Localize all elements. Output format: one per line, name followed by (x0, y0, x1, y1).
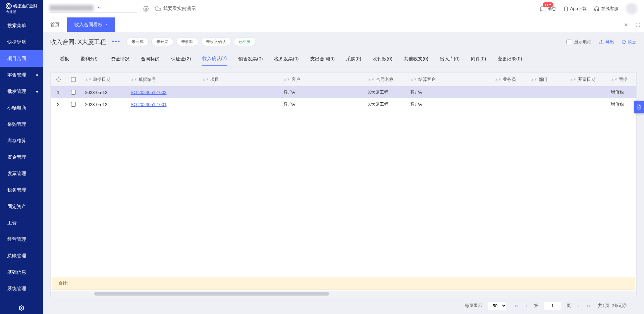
messages-button[interactable]: 99 + 消息 (540, 6, 556, 12)
sidebar-item-16[interactable]: 系统管理 (0, 280, 43, 297)
sub-tab-14[interactable]: 变更记录(0) (497, 52, 522, 66)
row-checkbox[interactable] (71, 90, 76, 95)
horizontal-scrollbar[interactable] (51, 291, 636, 297)
sidebar-item-4[interactable]: 批发管理▾ (0, 83, 43, 100)
cell-code: SQ-20230512-001 (127, 102, 198, 107)
column-settings-button[interactable] (51, 77, 66, 82)
col-sales[interactable]: ▲▼业务员 (491, 76, 527, 83)
page-tab-label: 收入合同看板 (74, 22, 103, 28)
sub-tab-11[interactable]: 其他收支(0) (404, 52, 428, 66)
col-invd[interactable]: ▲▼开票日期 (566, 76, 607, 83)
page-tabs: 首页收入合同看板× (43, 17, 644, 32)
sub-tab-10[interactable]: 收付款(0) (373, 52, 392, 66)
col-cname[interactable]: ▲▼合同名称 (364, 76, 406, 83)
last-page-button[interactable]: ⏭ (586, 303, 593, 308)
status-chip-2[interactable]: 未收款 (176, 38, 198, 46)
sidebar-item-7[interactable]: 库存核算 (0, 133, 43, 149)
org-settings-button[interactable] (143, 6, 149, 12)
more-actions-button[interactable]: ••• (112, 38, 120, 45)
customer-service-button[interactable]: 在线客服 (594, 6, 619, 12)
page-tab-1[interactable]: 收入合同看板× (67, 17, 115, 32)
sidebar-item-label: 固定资产 (7, 204, 26, 210)
next-page-button[interactable]: › (576, 303, 580, 308)
sidebar-item-15[interactable]: 基础信息 (0, 264, 43, 280)
sidebar-item-5[interactable]: 小畅电商 (0, 100, 43, 116)
sidebar-item-9[interactable]: 发票管理 (0, 165, 43, 182)
sub-tab-6[interactable]: 销售发票(0) (238, 52, 263, 66)
first-page-button[interactable]: ⏮ (512, 303, 519, 308)
sidebar-item-1[interactable]: 快捷导航 (0, 34, 43, 50)
status-chip-1[interactable]: 未开票 (151, 38, 173, 46)
sub-tab-12[interactable]: 出入库(0) (440, 52, 460, 66)
prev-page-button[interactable]: ‹ (525, 303, 529, 308)
col-cust[interactable]: ▲▼客户 (279, 76, 364, 83)
sidebar-item-3[interactable]: 零售管理▾ (0, 67, 43, 83)
table-row[interactable]: 22023-05-12SQ-20230512-001客户AX大厦工程客户A增值税 (51, 98, 636, 110)
status-chip-3[interactable]: 未收入确认 (201, 38, 231, 46)
sidebar-item-8[interactable]: 资金管理 (0, 149, 43, 165)
col-proj[interactable]: ▲▼项目 (198, 76, 279, 83)
sub-tab-0[interactable]: 看板 (60, 52, 69, 66)
table-row[interactable]: 12023-05-12SQ-20230512-003客户AX大厦工程客户A增值税 (51, 86, 636, 98)
sidebar-item-label: 税务管理 (7, 187, 26, 193)
per-page-select[interactable]: 50 (488, 301, 507, 310)
side-docket-button[interactable] (634, 101, 644, 113)
demo-link[interactable]: 我要看实例演示 (155, 6, 196, 12)
cell-cname: X大厦工程 (364, 101, 406, 107)
sidebar-item-11[interactable]: 固定资产 (0, 198, 43, 215)
cell-cust: 客户A (279, 89, 364, 95)
status-chip-active[interactable]: 已生效 (234, 38, 256, 46)
status-chip-0[interactable]: 未完成 (126, 38, 149, 46)
avatar[interactable] (626, 3, 637, 14)
page-input[interactable] (544, 302, 561, 310)
fullscreen-button[interactable] (632, 19, 644, 31)
sidebar-item-0[interactable]: 搜索菜单 (0, 17, 43, 34)
show-detail-checkbox[interactable] (567, 40, 571, 44)
brand: 畅捷通好业财 专业版 (0, 0, 43, 17)
sub-tab-5[interactable]: 收入确认(2) (202, 52, 227, 66)
document-code-link[interactable]: SQ-20230512-001 (131, 102, 167, 107)
col-code[interactable]: ▲▼单据编号 (127, 76, 198, 83)
sidebar-item-10[interactable]: 税务管理 (0, 182, 43, 198)
col-invt[interactable]: ▲▼票据 (607, 76, 636, 83)
sidebar-item-label: 基础信息 (7, 269, 26, 275)
export-icon (599, 40, 604, 44)
sub-tab-9[interactable]: 采购(0) (346, 52, 361, 66)
sidebar-item-13[interactable]: 经营管理 (0, 231, 43, 248)
export-button[interactable]: 导出 (599, 39, 614, 45)
sub-tab-1[interactable]: 盈利分析 (80, 52, 99, 66)
sidebar-settings[interactable] (0, 302, 43, 314)
close-tab-button[interactable] (620, 19, 632, 31)
cell-invt: 增值税 (607, 101, 636, 107)
sidebar-item-6[interactable]: 采购管理 (0, 116, 43, 133)
page-label-post: 页 (567, 303, 571, 309)
document-code-link[interactable]: SQ-20230512-003 (131, 90, 167, 95)
brand-name: 畅捷通好业财 (13, 3, 37, 9)
org-selector[interactable]: ████████████ (50, 5, 137, 13)
sub-tab-8[interactable]: 支出合同(0) (310, 52, 335, 66)
sub-tab-2[interactable]: 资金情况 (111, 52, 129, 66)
document-icon (636, 104, 642, 110)
sub-tab-13[interactable]: 附件(0) (471, 52, 486, 66)
sub-tab-3[interactable]: 合同标的 (141, 52, 160, 66)
scrollbar-thumb[interactable] (94, 292, 329, 296)
customer-service-label: 在线客服 (601, 6, 619, 12)
sidebar-item-2[interactable]: 项目合同 (0, 50, 43, 67)
refresh-button[interactable]: 刷新 (622, 39, 637, 45)
page-tab-0[interactable]: 首页 (43, 17, 67, 32)
row-index: 2 (51, 102, 66, 107)
row-checkbox[interactable] (71, 102, 76, 107)
close-icon[interactable]: × (105, 22, 108, 27)
app-download-button[interactable]: App下载 (564, 6, 587, 12)
sidebar-item-14[interactable]: 总账管理 (0, 248, 43, 264)
sort-icon: ▲▼ (85, 78, 92, 81)
sub-tab-7[interactable]: 税务发票(0) (274, 52, 299, 66)
sidebar-item-12[interactable]: 工资 (0, 215, 43, 231)
show-detail-toggle[interactable]: 显示明细 (565, 39, 592, 45)
sub-tab-4[interactable]: 保证金(2) (171, 52, 191, 66)
sort-icon: ▲▼ (531, 78, 537, 81)
col-date[interactable]: ▲▼单据日期 (81, 76, 127, 83)
select-all-checkbox[interactable] (71, 77, 76, 82)
col-scust[interactable]: ▲▼结算客户 (406, 76, 491, 83)
col-dept[interactable]: ▲▼部门 (527, 76, 566, 83)
